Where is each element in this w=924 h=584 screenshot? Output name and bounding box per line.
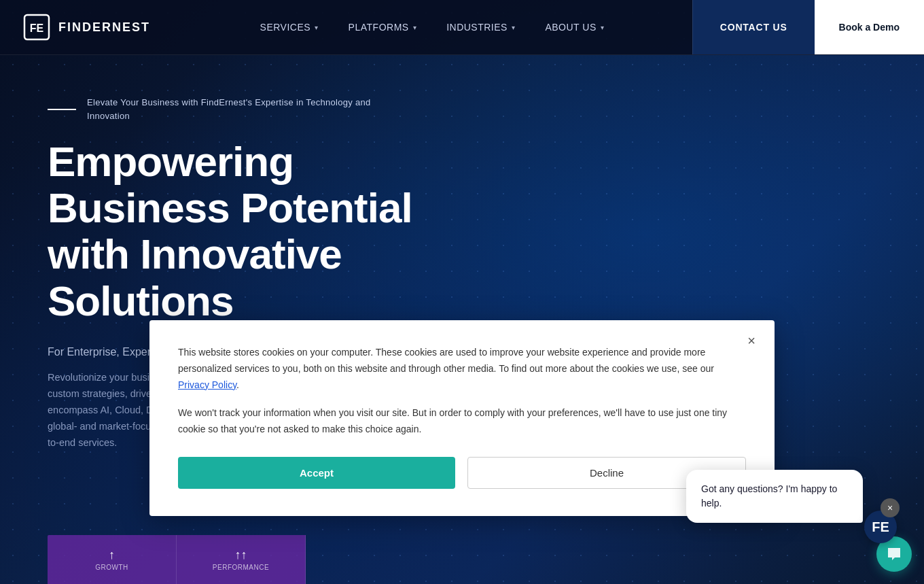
cookie-accept-button[interactable]: Accept — [178, 457, 455, 489]
navbar: FE FINDERNEST SERVICES ▾ PLATFORMS ▾ IND… — [0, 0, 924, 55]
nav-links: SERVICES ▾ PLATFORMS ▾ INDUSTRIES ▾ ABOU… — [172, 0, 692, 54]
nav-item-about[interactable]: ABOUT US ▾ — [530, 0, 619, 54]
brand-logo-icon: FE — [22, 12, 52, 42]
cookie-primary-text: This website stores cookies on your comp… — [178, 345, 746, 393]
stat-cards-container: ↑ GROWTH ↑↑ PERFORMANCE — [48, 535, 306, 584]
cookie-banner: × This website stores cookies on your co… — [149, 320, 775, 516]
platforms-chevron-icon: ▾ — [413, 24, 417, 31]
cookie-secondary-text: We won't track your information when you… — [178, 405, 746, 438]
brand-name-text: FINDERNEST — [58, 20, 150, 35]
industries-chevron-icon: ▾ — [512, 24, 516, 31]
cookie-close-button[interactable]: × — [742, 331, 761, 350]
stat-card-1: ↑↑ PERFORMANCE — [177, 535, 306, 584]
contact-us-button[interactable]: CONTACT US — [692, 0, 815, 54]
nav-item-platforms[interactable]: PLATFORMS ▾ — [334, 0, 432, 54]
nav-item-services[interactable]: SERVICES ▾ — [245, 0, 334, 54]
services-chevron-icon: ▾ — [315, 24, 319, 31]
cookie-actions: Accept Decline — [178, 457, 746, 489]
chat-bubble: Got any questions? I'm happy to help. — [686, 470, 863, 523]
hero-title: Empowering Business Potential with Innov… — [48, 139, 414, 324]
svg-text:FE: FE — [30, 22, 44, 34]
nav-actions: CONTACT US Book a Demo — [692, 0, 924, 54]
hero-eyebrow: Elevate Your Business with FindErnest's … — [48, 96, 414, 122]
stat-card-0: ↑ GROWTH — [48, 535, 177, 584]
eyebrow-line-decoration — [48, 109, 76, 110]
eyebrow-text: Elevate Your Business with FindErnest's … — [87, 96, 414, 122]
brand-logo-link[interactable]: FE FINDERNEST — [0, 0, 172, 54]
chat-close-button[interactable]: × — [881, 498, 900, 517]
nav-item-industries[interactable]: INDUSTRIES ▾ — [431, 0, 530, 54]
book-demo-button[interactable]: Book a Demo — [815, 0, 924, 54]
privacy-policy-link[interactable]: Privacy Policy — [178, 379, 236, 390]
about-chevron-icon: ▾ — [601, 24, 605, 31]
